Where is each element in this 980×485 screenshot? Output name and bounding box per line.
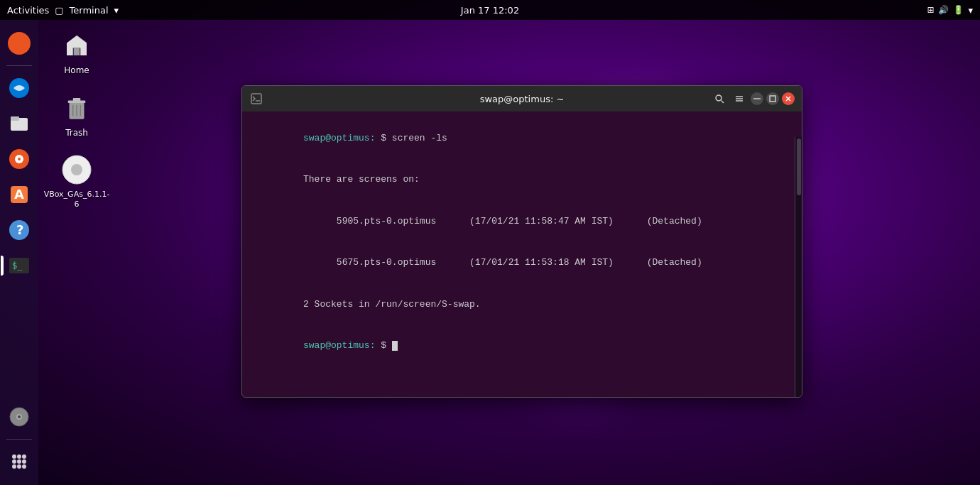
svg-rect-24	[74, 48, 80, 56]
term-line-3: 5905.pts-0.optimus (17/01/21 11:58:47 AM…	[248, 200, 792, 242]
term-prompt-2: swap@optimus:	[303, 340, 375, 351]
sidebar-item-files[interactable]	[3, 107, 36, 140]
terminal-menu[interactable]: Terminal	[70, 5, 109, 16]
desktop-icon-trash[interactable]: Trash	[48, 91, 105, 139]
network-icon[interactable]: ⊞	[927, 5, 934, 15]
svg-point-22	[17, 464, 21, 469]
scrollbar-thumb[interactable]	[797, 138, 801, 195]
svg-point-17	[22, 454, 26, 459]
ubuntu-logo-icon	[8, 32, 31, 55]
term-cursor	[392, 341, 398, 351]
trash-icon-label: Trash	[65, 128, 88, 139]
titlebar-left	[249, 92, 263, 106]
topbar-datetime[interactable]: Jan 17 12:02	[461, 5, 519, 16]
optical-icon	[8, 405, 31, 428]
svg-text:?: ?	[16, 222, 23, 237]
term-command-1: $ screen -ls	[375, 133, 447, 143]
menu-button[interactable]	[731, 90, 748, 107]
files-icon	[8, 112, 31, 135]
battery-icon[interactable]: 🔋	[953, 5, 964, 15]
vbox-icon-label: VBox_GAs_6.1.1-6	[44, 190, 110, 210]
rhythmbox-icon	[8, 148, 31, 170]
term-line-5: 2 Sockets in /run/screen/S-swap.	[248, 283, 792, 325]
sidebar-item-show-apps[interactable]	[3, 445, 36, 478]
term-text-4: 5675.pts-0.optimus (17/01/21 11:53:18 AM…	[303, 257, 702, 268]
svg-point-15	[12, 454, 16, 459]
maximize-button[interactable]	[766, 92, 779, 105]
close-button[interactable]	[782, 92, 795, 105]
terminal-icon: $_	[8, 254, 31, 277]
svg-point-14	[18, 415, 21, 418]
sidebar-item-optical[interactable]	[3, 400, 36, 433]
system-menu-arrow[interactable]: ▾	[968, 5, 973, 16]
activities-button[interactable]: Activities	[7, 5, 49, 16]
svg-point-16	[17, 454, 21, 459]
terminal-titlebar: swap@optimus: ~	[242, 86, 802, 111]
dock-separator-1	[6, 65, 32, 66]
svg-line-36	[722, 101, 724, 104]
desktop-icon-home[interactable]: Home	[48, 28, 105, 77]
term-text-2: There are screens on:	[303, 174, 420, 185]
sidebar-item-rhythmbox[interactable]	[3, 143, 36, 175]
sidebar-item-terminal[interactable]: $_	[3, 249, 36, 282]
terminal-content[interactable]: swap@optimus: $ screen -ls There are scr…	[242, 111, 802, 397]
term-line-6: swap@optimus: $	[248, 325, 792, 367]
home-icon-label: Home	[64, 65, 89, 77]
svg-rect-27	[73, 98, 81, 101]
thunderbird-icon	[8, 77, 31, 99]
show-apps-icon	[8, 450, 31, 473]
sidebar-item-software[interactable]: A	[3, 178, 36, 211]
desktop-icon-vbox[interactable]: VBox_GAs_6.1.1-6	[48, 153, 105, 210]
term-line-4: 5675.pts-0.optimus (17/01/21 11:53:18 AM…	[248, 242, 792, 284]
svg-point-23	[22, 464, 26, 469]
svg-point-21	[12, 464, 16, 469]
terminal-titlebar-icon	[249, 92, 263, 106]
term-command-2: $	[375, 340, 391, 351]
sidebar-item-thunderbird[interactable]	[3, 72, 36, 104]
topbar: Activities ▢ Terminal ▾ Jan 17 12:02 ⊞ 🔊…	[0, 0, 980, 20]
vbox-icon-img	[60, 153, 94, 187]
svg-text:$_: $_	[12, 261, 23, 271]
desktop-icons-area: Home Trash	[48, 28, 105, 210]
dock-separator-2	[6, 439, 32, 440]
minimize-button[interactable]	[751, 92, 763, 105]
help-icon: ?	[8, 219, 31, 241]
svg-text:A: A	[14, 187, 24, 202]
terminal-menu-arrow[interactable]: ▾	[114, 5, 119, 16]
terminal-menu-icon: ▢	[55, 5, 63, 16]
software-icon: A	[8, 183, 31, 206]
volume-icon[interactable]: 🔊	[938, 5, 949, 15]
sidebar-item-help[interactable]: ?	[3, 214, 36, 246]
topbar-left: Activities ▢ Terminal ▾	[7, 5, 119, 16]
sidebar-item-ubuntu[interactable]	[3, 27, 36, 60]
svg-point-35	[716, 95, 722, 101]
term-text-5: 2 Sockets in /run/screen/S-swap.	[303, 299, 481, 310]
svg-point-18	[12, 459, 16, 464]
search-button[interactable]	[711, 90, 728, 107]
svg-rect-41	[770, 96, 775, 102]
svg-point-32	[71, 164, 82, 175]
dock-bottom	[3, 400, 36, 478]
svg-rect-2	[11, 116, 19, 121]
trash-icon-img	[60, 91, 94, 125]
term-text-3: 5905.pts-0.optimus (17/01/21 11:58:47 AM…	[303, 216, 702, 227]
svg-point-19	[17, 459, 21, 464]
terminal-window[interactable]: swap@optimus: ~	[241, 85, 802, 398]
desktop: Activities ▢ Terminal ▾ Jan 17 12:02 ⊞ 🔊…	[0, 0, 980, 485]
topbar-right: ⊞ 🔊 🔋 ▾	[927, 5, 973, 16]
terminal-scrollbar[interactable]	[795, 137, 802, 397]
terminal-title: swap@optimus: ~	[480, 94, 565, 104]
svg-rect-33	[251, 94, 261, 104]
term-line-2: There are screens on:	[248, 159, 792, 201]
term-prompt-1: swap@optimus:	[303, 133, 375, 143]
sidebar-dock: A ? $_	[0, 20, 38, 485]
titlebar-right	[711, 90, 795, 107]
svg-point-20	[22, 459, 26, 464]
svg-point-5	[18, 158, 21, 160]
home-icon-img	[60, 28, 94, 62]
term-line-1: swap@optimus: $ screen -ls	[248, 117, 792, 159]
